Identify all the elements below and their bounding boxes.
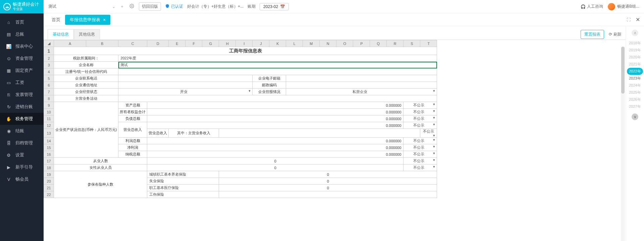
sidebar-item-home[interactable]: ⌂首页 bbox=[0, 16, 44, 28]
sidebar-item-guide[interactable]: ▶新手引导 bbox=[0, 161, 44, 173]
col-header-I[interactable]: I bbox=[236, 40, 253, 47]
year-2023年[interactable]: 2023年 bbox=[627, 75, 643, 82]
expand-icon[interactable]: ⛶ bbox=[627, 17, 631, 22]
biz-value[interactable] bbox=[118, 95, 437, 102]
phone-value[interactable] bbox=[118, 75, 253, 82]
close-all-icon[interactable]: ✕ bbox=[636, 16, 640, 23]
year-2021年[interactable]: 2021年 bbox=[627, 61, 643, 68]
regno-value[interactable] bbox=[118, 68, 437, 75]
close-icon[interactable]: × bbox=[103, 17, 106, 22]
col-header-Q[interactable]: Q bbox=[370, 40, 387, 47]
holding-dropdown[interactable]: 私营企业▼ bbox=[286, 89, 437, 95]
year-2019年[interactable]: 2019年 bbox=[627, 47, 643, 54]
col-header-K[interactable]: K bbox=[269, 40, 286, 47]
col-header-C[interactable]: C bbox=[118, 40, 147, 47]
row-header-5[interactable]: 5 bbox=[44, 75, 54, 82]
sidebar-item-money[interactable]: ⊙资金管理 bbox=[0, 52, 44, 64]
certified-badge[interactable]: 已认证 bbox=[165, 4, 183, 9]
sidebar-item-vip[interactable]: V畅会员 bbox=[0, 173, 44, 185]
col-header-R[interactable]: R bbox=[387, 40, 404, 47]
sidebar-item-ledger[interactable]: ▤总账 bbox=[0, 28, 44, 40]
metric-value-2[interactable]: 0.000000 bbox=[147, 115, 404, 122]
row-header-8[interactable]: 8 bbox=[44, 95, 54, 102]
row-header-13[interactable]: 13 bbox=[44, 129, 54, 138]
disclose-dropdown[interactable]: 不公示▼ bbox=[404, 158, 437, 164]
year-2026年[interactable]: 2026年 bbox=[627, 96, 643, 103]
col-header-B[interactable]: B bbox=[86, 40, 118, 47]
spreadsheet[interactable]: ◢ABCDEFGHIJKLMNOPQRST1工商年报信息表2税款所属期间：202… bbox=[44, 40, 626, 241]
scrollbar-vertical[interactable] bbox=[621, 47, 625, 241]
row-header-16[interactable]: 16 bbox=[44, 151, 54, 158]
post-value[interactable] bbox=[286, 82, 437, 89]
ai-support-link[interactable]: 🎧 人工咨询 bbox=[581, 4, 603, 9]
col-header-A[interactable]: A bbox=[54, 40, 86, 47]
disclose-dropdown[interactable]: 不公示▼ bbox=[404, 144, 437, 151]
corner-cell[interactable]: ◢ bbox=[44, 40, 54, 47]
year-2018年[interactable]: 2018年 bbox=[627, 40, 643, 47]
sidebar-item-chart[interactable]: 📊报表中心 bbox=[0, 40, 44, 52]
company-selector[interactable]: 测试 ⌄ bbox=[48, 4, 115, 9]
year-2025年[interactable]: 2025年 bbox=[627, 89, 643, 96]
sidebar-item-invoice[interactable]: ⎘发票管理 bbox=[0, 89, 44, 101]
sidebar-item-inventory[interactable]: ↻进销台账 bbox=[0, 101, 44, 113]
row-header-21[interactable]: 21 bbox=[44, 185, 54, 191]
add-icon[interactable]: ＋ bbox=[119, 3, 125, 10]
col-header-T[interactable]: T bbox=[420, 40, 437, 47]
tab-annual-report[interactable]: 年报信息申报表 × bbox=[65, 15, 110, 25]
row-header-19[interactable]: 19 bbox=[44, 171, 54, 178]
disclose-dropdown[interactable]: 不公示▼ bbox=[404, 115, 437, 122]
col-header-H[interactable]: H bbox=[219, 40, 236, 47]
row-header-20[interactable]: 20 bbox=[44, 178, 54, 185]
metric-value-0[interactable]: 0.000000 bbox=[147, 102, 404, 109]
sidebar-item-archive[interactable]: 🗄归档管理 bbox=[0, 137, 44, 149]
col-header-L[interactable]: L bbox=[286, 40, 303, 47]
switch-old-button[interactable]: 切回旧版 bbox=[139, 2, 161, 11]
metric-value-4[interactable] bbox=[219, 129, 420, 138]
row-header-22[interactable]: 22 bbox=[44, 191, 54, 198]
gear-icon[interactable] bbox=[129, 3, 135, 10]
col-header-D[interactable]: D bbox=[147, 40, 169, 47]
disclose-dropdown[interactable]: 不公示▼ bbox=[404, 102, 437, 109]
sidebar-item-salary[interactable]: ▭工资 bbox=[0, 77, 44, 89]
row-header-17[interactable]: 17 bbox=[44, 158, 54, 164]
row-header-7[interactable]: 7 bbox=[44, 89, 54, 95]
row-header-4[interactable]: 4 bbox=[44, 68, 54, 75]
disclose-dropdown[interactable]: 不公示▼ bbox=[404, 122, 437, 129]
year-prev-button[interactable]: ∧ bbox=[632, 30, 638, 36]
brand-logo[interactable]: ☁ 畅捷通好会计 专业版 bbox=[0, 0, 44, 13]
company-value-cell[interactable]: 测试 bbox=[118, 62, 437, 68]
col-header-J[interactable]: J bbox=[253, 40, 269, 47]
row-header-15[interactable]: 15 bbox=[44, 144, 54, 151]
metric-value-7[interactable]: 0.000000 bbox=[147, 151, 404, 158]
year-2027年[interactable]: 2027年 bbox=[627, 103, 643, 110]
scrollbar-thumb[interactable] bbox=[621, 47, 625, 94]
period-value-cell[interactable]: 2022年度 bbox=[118, 55, 437, 62]
refresh-button[interactable]: ⟳ 刷新 bbox=[609, 32, 622, 37]
col-header-O[interactable]: O bbox=[336, 40, 353, 47]
row-header-2[interactable]: 2 bbox=[44, 55, 54, 62]
row-header-1[interactable]: 1 bbox=[44, 47, 54, 55]
disclose-dropdown[interactable]: 不公示▼ bbox=[404, 109, 437, 115]
col-header-P[interactable]: P bbox=[353, 40, 370, 47]
col-header-E[interactable]: E bbox=[169, 40, 185, 47]
ins-value-3[interactable] bbox=[219, 191, 437, 198]
year-next-button[interactable]: ∨ bbox=[632, 113, 638, 120]
user-menu[interactable]: 畅捷通B组... bbox=[608, 3, 639, 10]
row-header-9[interactable]: 9 bbox=[44, 102, 54, 109]
disclose-dropdown[interactable]: 不公示▼ bbox=[404, 151, 437, 158]
metric-value-5[interactable]: 0.000000 bbox=[147, 138, 404, 144]
tab-home[interactable]: 首页 bbox=[47, 15, 65, 25]
reset-button[interactable]: 重置报表 bbox=[581, 30, 604, 39]
ins-value-0[interactable]: 0 bbox=[219, 171, 437, 178]
sidebar-item-asset[interactable]: ▦固定资产 bbox=[0, 64, 44, 77]
row-header-10[interactable]: 10 bbox=[44, 109, 54, 115]
disclose-dropdown[interactable]: 不公示▼ bbox=[420, 129, 437, 138]
female-value[interactable]: 0 bbox=[147, 164, 404, 171]
row-header-12[interactable]: 12 bbox=[44, 122, 54, 129]
row-header-11[interactable]: 11 bbox=[44, 115, 54, 122]
row-header-14[interactable]: 14 bbox=[44, 138, 54, 144]
row-header-6[interactable]: 6 bbox=[44, 82, 54, 89]
subtab-basic[interactable]: 基础信息 bbox=[48, 29, 74, 39]
metric-value-3[interactable]: 0.000000 bbox=[147, 122, 404, 129]
ins-value-2[interactable]: 0 bbox=[219, 185, 437, 191]
